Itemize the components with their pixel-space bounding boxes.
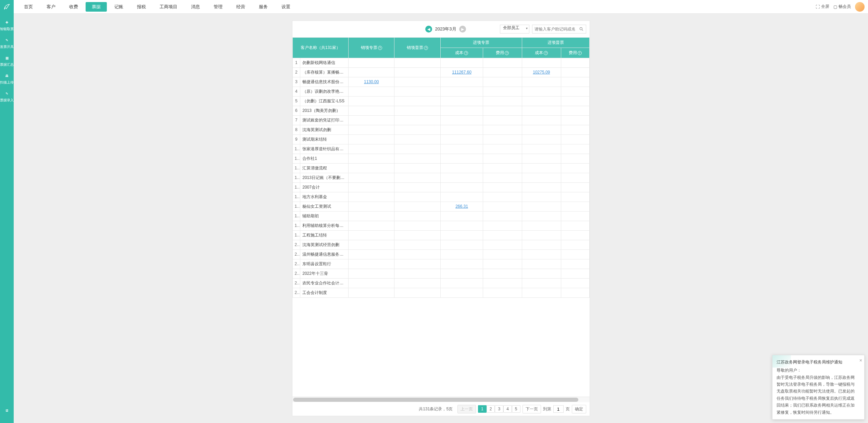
- top-right-actions: ⛶ 全屏 ▢ 畅会员: [816, 2, 865, 12]
- member-label: 畅会员: [839, 4, 851, 10]
- fullscreen-label: 全屏: [821, 4, 829, 10]
- fullscreen-button[interactable]: ⛶ 全屏: [816, 4, 829, 10]
- member-button[interactable]: ▢ 畅会员: [833, 4, 851, 10]
- nav-item-2[interactable]: 收费: [63, 2, 84, 12]
- nav-item-11[interactable]: 设置: [275, 2, 297, 12]
- nav-items: 首页客户收费票据记账报税工商项目消息管理经营服务设置: [17, 2, 297, 12]
- avatar[interactable]: [855, 2, 865, 12]
- feather-icon: [3, 3, 11, 11]
- nav-item-4[interactable]: 记账: [108, 2, 129, 12]
- nav-item-3[interactable]: 票据: [86, 2, 107, 12]
- nav-item-8[interactable]: 管理: [207, 2, 229, 12]
- nav-item-6[interactable]: 工商项目: [153, 2, 184, 12]
- nav-item-7[interactable]: 消息: [185, 2, 206, 12]
- nav-item-5[interactable]: 报税: [131, 2, 152, 12]
- app-logo[interactable]: [0, 0, 14, 14]
- nav-item-9[interactable]: 经营: [230, 2, 251, 12]
- nav-item-1[interactable]: 客户: [40, 2, 62, 12]
- nav-item-10[interactable]: 服务: [253, 2, 274, 12]
- nav-item-0[interactable]: 首页: [18, 2, 39, 12]
- top-nav: 首页客户收费票据记账报税工商项目消息管理经营服务设置 ⛶ 全屏 ▢ 畅会员: [0, 0, 868, 14]
- play-icon: ▢: [833, 4, 837, 9]
- fullscreen-icon: ⛶: [816, 4, 820, 9]
